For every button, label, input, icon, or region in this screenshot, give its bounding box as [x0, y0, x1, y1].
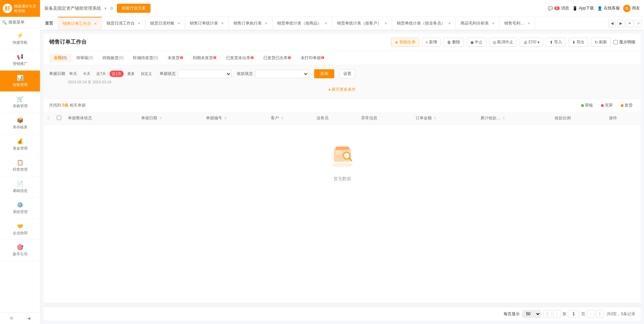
sidebar-item-marketing[interactable]: 📢 营销推广 [0, 49, 40, 71]
date-btn-yesterday[interactable]: 昨天 [67, 71, 79, 77]
undo-review-btn[interactable]: 充审 [598, 102, 615, 109]
filter-tab-all[interactable]: 全部(0) [49, 54, 72, 62]
tab-sales-execute[interactable]: 销售订单执行表 ✕ [229, 17, 272, 30]
sidebar-item-sales[interactable]: 📊 销售管理 [0, 71, 40, 92]
expand-chevron-icon: ▾ [329, 87, 331, 92]
sidebar-item-cooperation[interactable]: 🤝 企业协同 [0, 219, 40, 240]
expand-icon[interactable]: ▾ [104, 6, 106, 11]
tab-scroll-right[interactable]: ▶ [617, 20, 625, 27]
payment-select[interactable] [255, 70, 309, 78]
sidebar-item-search[interactable]: 🔍 搜索菜单 [0, 17, 40, 28]
sidebar-collapse-btn[interactable]: ◀ [27, 316, 30, 321]
date-btn-7days[interactable]: 近7天 [94, 71, 108, 77]
date-btn-today[interactable]: 今天 [81, 71, 93, 77]
tab-close-sales-execute[interactable]: ✕ [265, 22, 267, 25]
settings-query-btn[interactable]: 设置 [340, 69, 355, 78]
filter-tab-overdue-unshipped[interactable]: 到期未发货❶ [188, 54, 221, 62]
page-size-select[interactable]: 10 20 50 100 [522, 310, 541, 318]
expand-label: 展开更多条件 [332, 87, 356, 92]
sidebar-settings-btn[interactable]: ⚙ [10, 316, 13, 321]
tab-close-sales-order[interactable]: ✕ [94, 22, 97, 26]
sidebar-item-finance[interactable]: 💰 资金管理 [0, 134, 40, 155]
tab-close-gross-profit[interactable]: ✕ [492, 22, 495, 25]
expand-more-btn[interactable]: ▾ 展开更多条件 [329, 87, 356, 92]
sidebar-item-purchase[interactable]: 🛒 采购管理 [0, 92, 40, 113]
page-last-btn[interactable]: ⟫ [596, 310, 604, 318]
filter-tab-shipped-out[interactable]: 已发货已出库❶ [259, 54, 296, 62]
filter-tab-unshipped[interactable]: 未发货❶ [163, 54, 188, 62]
stop-btn[interactable]: ◉ 中止 [467, 38, 486, 47]
tab-close-cash-daily[interactable]: ✕ [138, 22, 140, 25]
industry-solution-btn[interactable]: 体验行业方案 [117, 4, 151, 13]
user-btn[interactable]: 友 用友 [623, 5, 640, 12]
page-first-btn[interactable]: ⟪ [544, 310, 552, 318]
date-btn-custom[interactable]: 自定义 [138, 71, 154, 77]
tab-close-sales-stats[interactable]: ✕ [221, 22, 224, 25]
import-btn[interactable]: ⬆ 导入 [546, 38, 566, 47]
filter-tab-shipped-not-out[interactable]: 已发货未出库❶ [221, 54, 259, 62]
tab-close-sales-profit[interactable]: ✕ [527, 22, 530, 25]
tab-sales-goods-label: 销货单统计表（按商品） [277, 21, 321, 26]
export-btn[interactable]: ⬇ 导出 [568, 38, 588, 47]
settings-icon[interactable]: ⚙ [110, 6, 114, 11]
show-detail-checkbox[interactable] [613, 40, 618, 44]
add-btn[interactable]: + 新增 [422, 38, 441, 47]
message-btn[interactable]: 💬 6 消息 [548, 5, 569, 11]
refresh-btn[interactable]: ↻ 刷新 [591, 38, 611, 47]
cancel-stop-btn[interactable]: ◎ 取消中止 [489, 38, 517, 47]
tab-close-all[interactable]: ✕ [626, 20, 633, 27]
sidebar-item-quicknav[interactable]: ⚡ 快捷导航 [0, 28, 40, 49]
tab-home[interactable]: 首页 [40, 17, 58, 30]
horizontal-scrollbar[interactable] [44, 303, 641, 307]
filter-tab-unprinted[interactable]: 未打印单据❶ [296, 54, 329, 62]
tab-fullscreen[interactable]: ⤢ [635, 20, 642, 27]
data-table-wrap: ⠿ 单据整体状态 单据日期 ⇅ 单据编号 ⇅ 客户 ⇅ 业务员 异常信息 订单金… [44, 112, 641, 303]
th-bill-no[interactable]: 单据编号 ⇅ [203, 112, 267, 125]
print-btn[interactable]: 🖨 打印 ▾ [520, 38, 543, 47]
online-service-btn[interactable]: 👤 在线客服 [597, 5, 620, 11]
stop-label: 中止 [475, 39, 483, 45]
page-next-btn[interactable]: › [587, 310, 595, 318]
th-accumulated-receipt[interactable]: 累计收款… ⇅ [477, 112, 552, 125]
filter-tab-wangpu-pending[interactable]: 旺铺待发货(0) [128, 54, 163, 62]
th-order-amount[interactable]: 订单金额 ⇅ [412, 112, 477, 125]
review-btn[interactable]: 审核 [578, 102, 596, 109]
tab-close-sales-goods[interactable]: ✕ [325, 22, 327, 25]
smart-create-btn[interactable]: ★ 智能生单 [391, 38, 419, 47]
date-btn-1month[interactable]: 近1月 [110, 71, 124, 77]
page-prev-btn[interactable]: ‹ [553, 310, 561, 318]
empty-illustration [326, 138, 359, 172]
tab-sales-stats[interactable]: 销售订单统计表 ✕ [185, 17, 229, 30]
inventory-label: 库存核算 [13, 125, 28, 130]
tab-sales-salesperson[interactable]: 销货单统计表（按业务员） ✕ [392, 17, 456, 30]
delete-btn[interactable]: 🗑 删除 [443, 38, 464, 47]
filter-tab-pending-inspect[interactable]: 待拣验货(0) [98, 54, 128, 62]
tab-close-sales-salesperson[interactable]: ✕ [448, 22, 451, 25]
query-btn[interactable]: 查询 [314, 69, 334, 78]
tab-cash-daily-workbench[interactable]: 钱货日清工作台 ✕ [102, 17, 145, 30]
ship-btn[interactable]: 发货 [618, 102, 635, 109]
sidebar-item-newguide[interactable]: 🎯 新手引导 [0, 240, 40, 261]
filter-tab-pending-review[interactable]: 待审核(0) [72, 54, 98, 62]
sidebar-item-inventory[interactable]: 📦 库存核算 [0, 113, 40, 134]
tab-sales-profit[interactable]: 销售毛利… ✕ [500, 17, 535, 30]
date-btn-more[interactable]: 更多 [125, 71, 137, 77]
status-select[interactable] [178, 70, 231, 78]
sidebar-item-sysmanage[interactable]: ⚙️ 系统管理 [0, 198, 40, 219]
page-input[interactable] [568, 311, 580, 317]
sidebar-item-baseinfo[interactable]: 📄 基础信息 [0, 176, 40, 198]
th-customer[interactable]: 客户 ⇅ [267, 112, 313, 125]
tab-scroll-left[interactable]: ◀ [608, 20, 616, 27]
th-bill-date[interactable]: 单据日期 ⇅ [138, 112, 203, 125]
tab-sales-customer[interactable]: 销货单统计表（按客户） ✕ [332, 17, 392, 30]
tab-close-sales-customer[interactable]: ✕ [384, 22, 387, 25]
tab-reconciliation[interactable]: 钱货日清对账 ✕ [145, 17, 185, 30]
select-all-checkbox[interactable] [57, 116, 61, 120]
tab-sales-order-workbench[interactable]: 销售订单工作台 ✕ [58, 17, 102, 30]
tab-sales-goods[interactable]: 销货单统计表（按商品） ✕ [272, 17, 332, 30]
tab-close-reconciliation[interactable]: ✕ [177, 22, 180, 25]
app-download-btn[interactable]: 📱 App下载 [572, 5, 594, 11]
show-detail-toggle[interactable]: 显示明细 [613, 39, 635, 45]
sidebar-item-operations[interactable]: 📋 经营管理 [0, 155, 40, 176]
tab-gross-profit[interactable]: 商品毛利分析表 ✕ [456, 17, 500, 30]
